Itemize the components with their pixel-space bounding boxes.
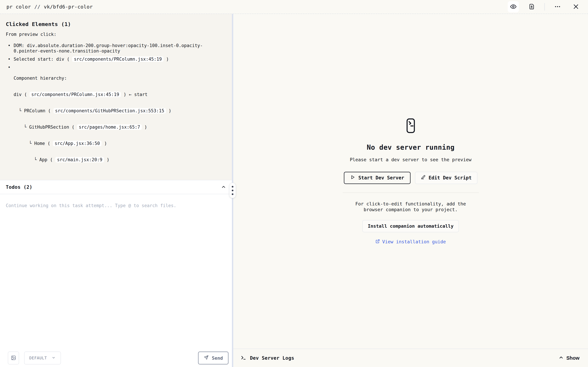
main-split: Clicked Elements (1) From preview click:… (0, 14, 588, 367)
external-link-icon (375, 239, 380, 244)
clicked-elements-heading: Clicked Elements (1) (6, 21, 226, 27)
eye-icon (510, 3, 517, 10)
clicked-elements-intro: From preview click: (6, 32, 226, 37)
edit-dev-script-button[interactable]: Edit Dev Script (415, 172, 477, 184)
message-input[interactable] (5, 199, 228, 351)
more-options-button[interactable] (552, 1, 563, 12)
branch-name: vk/bfd6-pr-color (44, 4, 93, 10)
toolbar-divider (545, 3, 545, 10)
composer-controls: DEFAULT Send (5, 351, 228, 365)
image-icon (10, 355, 16, 361)
project-name: pr color (7, 4, 31, 10)
todos-label: Todos (2) (6, 184, 32, 190)
start-dev-server-label: Start Dev Server (358, 175, 404, 181)
hierarchy-row: └ App ( src/main.jsx:20:9 ) (14, 157, 226, 162)
panel-splitter[interactable] (232, 14, 233, 367)
close-icon (573, 3, 579, 10)
preview-panel: No dev server running Please start a dev… (233, 14, 588, 367)
hierarchy-row: div ( src/components/PRColumn.jsx:45:19 … (14, 92, 226, 97)
diff-view-button[interactable] (526, 1, 537, 12)
source-path-chip[interactable]: src/components/PRColumn.jsx:45:19 (30, 92, 121, 97)
companion-help-text: For click-to-edit functionality, add the… (349, 201, 472, 213)
chevron-up-icon (559, 355, 564, 361)
clicked-elements-list: • DOM: div.absolute.duration-200.group-h… (6, 43, 226, 173)
terminal-icon (406, 118, 415, 134)
window-title: pr color // vk/bfd6-pr-color (7, 4, 93, 10)
installation-guide-label: View installation guide (382, 239, 446, 244)
chevron-up-icon (221, 184, 226, 190)
start-dev-server-button[interactable]: Start Dev Server (344, 172, 411, 184)
top-bar-actions (508, 1, 581, 12)
chevron-down-icon (51, 355, 56, 361)
selected-start-text: Selected start: div ( (14, 57, 72, 62)
dev-server-logs-title: Dev Server Logs (250, 355, 294, 361)
start-marker: ← start (126, 92, 147, 97)
user-message: Clicked Elements (1) From preview click:… (0, 14, 232, 180)
play-icon (350, 175, 355, 181)
show-logs-label: Show (566, 355, 579, 361)
message-composer: DEFAULT Send (0, 194, 232, 367)
splitter-drag-handle[interactable] (229, 183, 236, 198)
file-diff-icon (528, 3, 535, 10)
show-logs-button[interactable]: Show (559, 355, 581, 361)
list-item: • Selected start: div ( src/components/P… (6, 56, 226, 62)
section-divider (343, 192, 479, 193)
app-window: pr color // vk/bfd6-pr-color (0, 0, 588, 367)
profile-select-value: DEFAULT (29, 356, 47, 360)
source-path-chip[interactable]: src/components/GitHubPRSection.jsx:553:1… (53, 108, 166, 114)
todos-bar[interactable]: Todos (2) (0, 180, 232, 194)
list-item: • DOM: div.absolute.duration-200.group-h… (6, 43, 226, 54)
source-path-chip[interactable]: src/main.jsx:20:9 (55, 157, 104, 162)
ellipsis-icon (554, 3, 561, 10)
hierarchy-row: └ PRColumn ( src/components/GitHubPRSect… (14, 108, 226, 114)
source-path-chip[interactable]: src/pages/home.jsx:65:7 (77, 124, 142, 130)
chat-panel: Clicked Elements (1) From preview click:… (0, 14, 232, 367)
dom-selector-text: DOM: div.absolute.duration-200.group-hov… (14, 43, 226, 54)
preview-empty-state: No dev server running Please start a dev… (233, 14, 588, 349)
close-button[interactable] (570, 1, 581, 12)
todos-collapse-button[interactable] (221, 184, 226, 190)
installation-guide-link[interactable]: View installation guide (375, 239, 446, 244)
hierarchy-row: └ GitHubPRSection ( src/pages/home.jsx:6… (14, 124, 226, 130)
send-icon (204, 355, 209, 361)
hierarchy-row: └ Home ( src/App.jsx:36:50 ) (14, 141, 226, 146)
conversation-scroll[interactable]: Clicked Elements (1) From preview click:… (0, 14, 232, 180)
title-separator: // (34, 4, 41, 10)
preview-toggle-button[interactable] (508, 1, 519, 12)
terminal-prompt-icon (241, 355, 246, 361)
source-path-chip[interactable]: src/App.jsx:36:50 (53, 141, 102, 146)
preview-title: No dev server running (367, 143, 454, 151)
component-hierarchy-label: Component hierarchy: (14, 75, 226, 81)
source-path-chip[interactable]: src/components/PRColumn.jsx:45:19 (72, 56, 164, 62)
send-button-label: Send (212, 355, 223, 361)
send-button[interactable]: Send (198, 351, 228, 365)
pencil-icon (421, 175, 425, 181)
dev-server-logs-bar: Dev Server Logs Show (233, 349, 588, 367)
list-item: • Component hierarchy: div ( src/compone… (6, 65, 226, 173)
install-companion-button[interactable]: Install companion automatically (362, 220, 459, 232)
top-bar: pr color // vk/bfd6-pr-color (0, 0, 588, 14)
preview-subtitle: Please start a dev server to see the pre… (350, 157, 471, 162)
attach-image-button[interactable] (8, 351, 19, 365)
profile-select[interactable]: DEFAULT (24, 351, 61, 365)
edit-dev-script-label: Edit Dev Script (429, 175, 472, 181)
preview-actions: Start Dev Server Edit Dev Script (344, 172, 477, 184)
